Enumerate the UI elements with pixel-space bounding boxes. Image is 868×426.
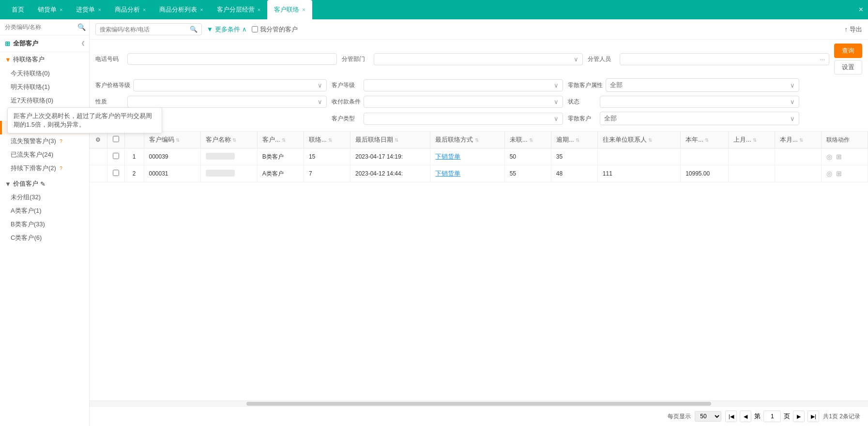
top-nav: 首页 销货单 × 进货单 × 商品分析 × 商品分析列表 × 客户分层经营 × … bbox=[0, 0, 868, 19]
more-conditions-btn[interactable]: ▼ 更多条件 ∧ bbox=[207, 25, 247, 34]
col-settings[interactable]: ⚙ bbox=[90, 132, 107, 148]
sidebar-warning-group: 流失预警客户(3) ? 已流失客户(24) 持续下滑客户(2) ? bbox=[0, 134, 89, 175]
payment-select[interactable]: ∨ bbox=[364, 96, 563, 108]
nav-item-purchase[interactable]: 进货单 × bbox=[69, 0, 107, 19]
col-last-contact-method[interactable]: 最后联络方式 ⇅ bbox=[430, 132, 504, 148]
manager-dots[interactable]: ··· bbox=[820, 56, 825, 63]
close-product-icon[interactable]: × bbox=[143, 7, 146, 13]
row1-last-date: 2023-04-17 14:19: bbox=[350, 148, 430, 165]
sidebar-7days-contact[interactable]: 近7天待联络(0) bbox=[0, 94, 89, 107]
col-last-contact-date[interactable]: 最后联络日期 ⇅ bbox=[350, 132, 430, 148]
sidebar-search-box[interactable]: 🔍 bbox=[0, 19, 89, 35]
close-product-list-icon[interactable]: × bbox=[200, 7, 203, 13]
row2-check[interactable] bbox=[107, 165, 124, 182]
retail-attr-select[interactable]: 全部 ∨ bbox=[606, 78, 799, 92]
col-customer-name[interactable]: 客户名称 ⇅ bbox=[200, 132, 257, 148]
row2-checkbox[interactable] bbox=[113, 170, 119, 176]
cust-grade-select[interactable]: ∨ bbox=[364, 79, 563, 91]
phone-input[interactable] bbox=[127, 53, 337, 65]
current-page-input[interactable] bbox=[763, 411, 781, 422]
manager-select[interactable]: ··· bbox=[620, 53, 829, 65]
row2-more-icon[interactable]: ⊞ bbox=[836, 170, 842, 177]
close-sales-icon[interactable]: × bbox=[60, 7, 62, 13]
col-customer-code[interactable]: 客户编码 ⇅ bbox=[144, 132, 200, 148]
nav-item-product-analysis[interactable]: 商品分析 × bbox=[108, 0, 152, 19]
select-all-checkbox[interactable] bbox=[113, 136, 119, 142]
prev-page-btn[interactable]: ◀ bbox=[740, 411, 751, 422]
sidebar-value-group: ▼ 价值客户 ✎ 未分组(32) A类客户(1) B类客户(33) C类客户(6… bbox=[0, 175, 89, 247]
my-customers-checkbox[interactable]: 我分管的客户 bbox=[252, 25, 298, 34]
row1-contact-icon[interactable]: ◎ bbox=[826, 153, 832, 161]
page-size-select[interactable]: 50 100 200 bbox=[695, 411, 721, 422]
sidebar-tomorrow-contact[interactable]: 明天待联络(1) bbox=[0, 80, 89, 94]
row1-last-method[interactable]: 下销货单 bbox=[430, 148, 504, 165]
search-icon[interactable]: 🔍 bbox=[190, 26, 198, 33]
sidebar-unclassified[interactable]: 未分组(32) bbox=[0, 191, 89, 204]
sidebar-value-header[interactable]: ▼ 价值客户 ✎ bbox=[0, 177, 89, 191]
sidebar-declining-customers[interactable]: 持续下滑客户(2) ? bbox=[0, 162, 89, 175]
sidebar-collapse-btn[interactable]: 《 bbox=[79, 40, 84, 47]
row2-last-method[interactable]: 下销货单 bbox=[430, 165, 504, 182]
nature-select[interactable]: ∨ bbox=[127, 96, 327, 108]
sidebar-b-class[interactable]: B类客户(33) bbox=[0, 218, 89, 231]
sidebar-lost-customers[interactable]: 已流失客户(24) bbox=[0, 148, 89, 162]
row1-name-blurred bbox=[206, 153, 235, 160]
nav-item-sales[interactable]: 销货单 × bbox=[31, 0, 69, 19]
sidebar-today-contact[interactable]: 今天待联络(0) bbox=[0, 67, 89, 80]
col-contact-count[interactable]: 联络... ⇅ bbox=[304, 132, 350, 148]
filter-nature: 性质 ∨ bbox=[95, 96, 327, 108]
main-layout: 🔍 ⊞ 全部客户 《 ▼ 待联络客户 今天待联络(0) 明天待联络(1) 近7天… bbox=[0, 19, 868, 426]
row1-method-link[interactable]: 下销货单 bbox=[435, 153, 460, 160]
filter-phone: 电话号码 bbox=[95, 53, 337, 65]
sidebar-a-class[interactable]: A类客户(1) bbox=[0, 204, 89, 218]
search-box[interactable]: 🔍 bbox=[95, 23, 202, 35]
first-page-btn[interactable]: |◀ bbox=[725, 411, 737, 422]
nav-item-product-list[interactable]: 商品分析列表 × bbox=[152, 0, 210, 19]
sidebar-waiting-header[interactable]: ▼ 待联络客户 bbox=[0, 52, 89, 67]
col-last-month[interactable]: 上月... ⇅ bbox=[728, 132, 775, 148]
status-select[interactable]: ∨ bbox=[600, 96, 799, 108]
scrollbar-thumb[interactable] bbox=[246, 402, 711, 406]
row2-type: A类客户 bbox=[257, 165, 304, 182]
cust-type-select[interactable]: ∨ bbox=[364, 113, 563, 125]
table-row: 2 000031 A类客户 7 2023-04-12 14:44: 下销货单 5… bbox=[90, 165, 868, 182]
row1-checkbox[interactable] bbox=[113, 153, 119, 159]
export-button[interactable]: ↑ 导出 bbox=[845, 25, 863, 34]
dept-select[interactable]: ∨ bbox=[374, 53, 583, 65]
col-customer-type[interactable]: 客户... ⇅ bbox=[257, 132, 304, 148]
row1-check[interactable] bbox=[107, 148, 124, 165]
my-customers-check[interactable] bbox=[252, 26, 258, 32]
row1-more-icon[interactable]: ⊞ bbox=[836, 153, 842, 161]
col-contact-person[interactable]: 往来单位联系人 ⇅ bbox=[597, 132, 680, 148]
last-page-btn[interactable]: ▶| bbox=[807, 411, 819, 422]
close-segment-icon[interactable]: × bbox=[258, 7, 260, 13]
sidebar-search-icon[interactable]: 🔍 bbox=[77, 23, 86, 31]
sidebar-loss-warning[interactable]: 流失预警客户(3) ? bbox=[0, 134, 89, 148]
row2-method-link[interactable]: 下销货单 bbox=[435, 170, 460, 177]
sidebar-search-input[interactable] bbox=[5, 24, 77, 30]
price-grade-select[interactable]: ∨ bbox=[133, 79, 327, 91]
filter-row-4: ··· 客户类型 ∨ 零散客户 全部 ∨ bbox=[95, 112, 862, 125]
sidebar-c-class[interactable]: C类客户(6) bbox=[0, 231, 89, 245]
nav-item-customer-segment[interactable]: 客户分层经营 × bbox=[210, 0, 267, 19]
close-purchase-icon[interactable]: × bbox=[98, 7, 101, 13]
row2-overdue: 48 bbox=[551, 165, 597, 182]
tm-sort-icon: ⇅ bbox=[799, 137, 803, 143]
col-this-month[interactable]: 本月... ⇅ bbox=[775, 132, 821, 148]
settings-button[interactable]: 设置 bbox=[834, 60, 862, 74]
query-button[interactable]: 查询 bbox=[834, 44, 862, 58]
horizontal-scrollbar[interactable] bbox=[90, 400, 868, 406]
customer-search-input[interactable] bbox=[100, 26, 188, 33]
next-page-btn[interactable]: ▶ bbox=[793, 411, 805, 422]
close-all-button[interactable]: × bbox=[859, 5, 863, 14]
col-overdue[interactable]: 逾期... ⇅ bbox=[551, 132, 597, 148]
col-no-contact[interactable]: 未联... ⇅ bbox=[504, 132, 551, 148]
nav-item-customer-contact[interactable]: 客户联络 × bbox=[267, 0, 312, 19]
row2-contact-icon[interactable]: ◎ bbox=[826, 170, 832, 177]
retail-cust-select[interactable]: 全部 ∨ bbox=[600, 112, 799, 125]
value-edit-icon[interactable]: ✎ bbox=[40, 180, 46, 188]
col-this-year[interactable]: 本年... ⇅ bbox=[681, 132, 729, 148]
close-contact-icon[interactable]: × bbox=[302, 7, 305, 13]
nav-item-home[interactable]: 首页 bbox=[5, 0, 31, 19]
code-sort-icon: ⇅ bbox=[176, 137, 180, 143]
